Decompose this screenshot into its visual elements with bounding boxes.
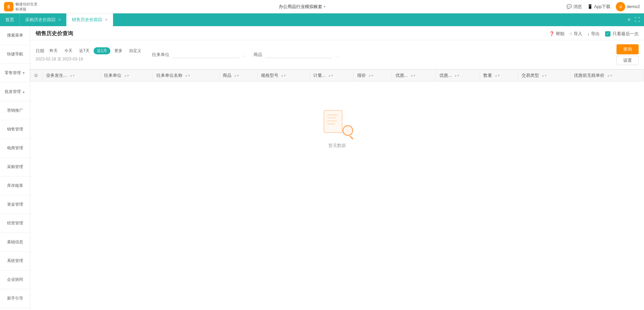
tab-sales-close-icon[interactable]: × (105, 17, 107, 22)
date-btn-more[interactable]: 更多 (112, 47, 125, 54)
tab-bar-right-actions: × ⛶ (628, 17, 644, 23)
user-area[interactable]: d demo2 (616, 2, 640, 11)
illustration-magnifier (342, 125, 353, 136)
product-filter-group: 商品 ... (254, 51, 338, 58)
page-header-actions: ❓ 帮助 ↑ 导入 ↓ 导出 ✓ 只看最后一次 (549, 31, 639, 37)
date-btn-7days[interactable]: 近7天 (76, 47, 92, 54)
workspace-selector[interactable]: 办公用品行业模拟账套 ▾ (279, 4, 325, 10)
partner-input[interactable] (172, 51, 239, 58)
table-settings-icon[interactable]: ⚙ (34, 73, 38, 78)
product-input[interactable] (265, 51, 332, 58)
sort-icon[interactable]: ▲▼ (410, 74, 416, 77)
partner-filter-group: 往来单位 ... (152, 51, 246, 58)
page-header: 销售历史价查询 ❓ 帮助 ↑ 导入 ↓ 导出 ✓ (30, 26, 644, 40)
tab-close-all-icon[interactable]: × (628, 17, 631, 23)
message-button[interactable]: 💬 消息 (567, 4, 582, 10)
table-col-trade-type: 交易类型 ▲▼ (518, 70, 571, 82)
only-last-checkbox[interactable]: ✓ 只看最后一次 (605, 31, 639, 37)
table-wrapper: ⚙ 业务发生... ▲▼ 往来单位 ▲▼ 往来单位名称 (30, 69, 644, 175)
sort-icon[interactable]: ▲▼ (607, 74, 612, 77)
empty-text: 暂无数据 (328, 143, 346, 149)
tab-sales-history[interactable]: 销售历史价跟踪 × (66, 13, 113, 26)
sidebar-item-app-center[interactable]: 应用中心 (0, 308, 30, 310)
main-layout: 搜索菜单 快捷导航 零售管理 ▼ 批发管理 ▲ 营销推广 销售管理 电商管理 采… (0, 26, 644, 310)
tab-expand-icon[interactable]: ⛶ (635, 17, 640, 23)
sidebar-search-menu-label: 搜索菜单 (7, 33, 23, 38)
product-dots-icon[interactable]: ... (335, 52, 338, 57)
logo-icon: 6 (4, 2, 13, 11)
only-last-label: 只看最后一次 (612, 31, 639, 37)
top-bar: 6 畅捷信好生意 标准版 办公用品行业模拟账套 ▾ 💬 消息 📱 App下载 d… (0, 0, 644, 13)
table-col-pretax-price: 优惠前无税单价 ▲▼ (571, 70, 644, 82)
date-btn-today[interactable]: 今天 (62, 47, 75, 54)
top-bar-right: 💬 消息 📱 App下载 d demo2 (567, 2, 640, 11)
sort-icon[interactable]: ▲▼ (69, 74, 75, 77)
tab-home-label: 首页 (5, 17, 14, 23)
sidebar-item-operations-mgmt[interactable]: 经营管理 (0, 214, 30, 233)
sidebar-item-system-settings[interactable]: 系统管理 (0, 252, 30, 270)
page-content: 销售历史价查询 ❓ 帮助 ↑ 导入 ↓ 导出 ✓ (30, 26, 644, 310)
page-title: 销售历史价查询 (36, 30, 73, 37)
sidebar-item-marketing-promo[interactable]: 营销推广 (0, 101, 30, 120)
sort-icon[interactable]: ▲▼ (369, 74, 374, 77)
sort-icon[interactable]: ▲▼ (234, 74, 239, 77)
sidebar-item-search-menu[interactable]: 搜索菜单 (0, 26, 30, 45)
sidebar-item-wholesale-mgmt[interactable]: 批发管理 ▲ (0, 83, 30, 101)
partner-label: 往来单位 (152, 52, 169, 58)
sidebar-item-finance-mgmt[interactable]: 资金管理 (0, 195, 30, 214)
partner-dots-icon[interactable]: ... (242, 52, 246, 57)
import-button[interactable]: ↑ 导入 (570, 31, 582, 37)
sidebar-item-retail-mgmt[interactable]: 零售管理 ▼ (0, 64, 30, 83)
help-icon: ❓ (549, 31, 554, 36)
table-header-row: ⚙ 业务发生... ▲▼ 往来单位 ▲▼ 往来单位名称 (31, 70, 644, 82)
settings-button[interactable]: 设置 (616, 56, 639, 65)
sidebar-retail-mgmt-label: 零售管理 (5, 70, 21, 76)
empty-state: 暂无数据 (30, 82, 644, 175)
export-icon: ↓ (588, 31, 590, 36)
sidebar-item-enterprise-collab[interactable]: 企业协同 (0, 270, 30, 289)
sort-icon[interactable]: ▲▼ (281, 74, 286, 77)
app-download-button[interactable]: 📱 App下载 (587, 4, 610, 10)
content-area: 销售历史价查询 ❓ 帮助 ↑ 导入 ↓ 导出 ✓ (30, 26, 644, 310)
sidebar-item-purchase-mgmt[interactable]: 采购管理 (0, 158, 30, 176)
date-btn-custom[interactable]: 自定义 (126, 47, 144, 54)
illustration-handle (350, 135, 354, 139)
sidebar-item-new-guide[interactable]: 新手引导 (0, 289, 30, 308)
table-col-discount2: 优惠... ▲▼ (436, 70, 480, 82)
date-btn-1month[interactable]: 近1月 (94, 47, 111, 54)
app-download-label: App下载 (594, 4, 610, 10)
export-button[interactable]: ↓ 导出 (588, 31, 600, 37)
query-button[interactable]: 查询 (616, 44, 639, 54)
table-col-partner-code: 往来单位 ▲▼ (101, 70, 153, 82)
sort-icon[interactable]: ▲▼ (185, 74, 191, 77)
sidebar-ecommerce-mgmt-label: 电商管理 (7, 145, 23, 151)
date-btn-yesterday[interactable]: 昨天 (47, 47, 60, 54)
tab-purchase-history[interactable]: 采购历史价跟踪 × (20, 13, 66, 26)
app-icon: 📱 (587, 4, 593, 9)
sidebar: 搜索菜单 快捷导航 零售管理 ▼ 批发管理 ▲ 营销推广 销售管理 电商管理 采… (0, 26, 30, 310)
table-col-product: 商品 ▲▼ (219, 70, 257, 82)
sidebar-system-settings-label: 系统管理 (7, 258, 23, 264)
export-label: 导出 (591, 31, 600, 37)
sidebar-item-inventory-check[interactable]: 库存核算 (0, 176, 30, 195)
tab-home[interactable]: 首页 (0, 13, 20, 26)
sort-icon[interactable]: ▲▼ (124, 74, 129, 77)
sidebar-item-ecommerce-mgmt[interactable]: 电商管理 (0, 139, 30, 158)
sort-icon[interactable]: ▲▼ (328, 74, 333, 77)
top-bar-left: 6 畅捷信好生意 标准版 (4, 2, 38, 11)
help-button[interactable]: ❓ 帮助 (549, 31, 565, 37)
logo-area: 6 畅捷信好生意 标准版 (4, 2, 38, 11)
sort-icon[interactable]: ▲▼ (495, 74, 500, 77)
workspace-area: 办公用品行业模拟账套 ▾ (279, 4, 325, 10)
product-label: 商品 (254, 52, 262, 58)
date-range-text: 2023-02-18 至 2023-03-18 (36, 56, 144, 62)
table-col-partner-name: 往来单位名称 ▲▼ (153, 70, 219, 82)
sidebar-item-quick-nav[interactable]: 快捷导航 (0, 45, 30, 64)
illustration-lines (327, 114, 338, 124)
sort-icon[interactable]: ▲▼ (454, 74, 460, 77)
sort-icon[interactable]: ▲▼ (542, 74, 547, 77)
sidebar-item-basic-info[interactable]: 基础信息 (0, 233, 30, 252)
sidebar-item-sales-mgmt[interactable]: 销售管理 (0, 120, 30, 139)
tab-purchase-close-icon[interactable]: × (58, 17, 61, 22)
date-buttons: 昨天 今天 近7天 近1月 更多 自定义 (47, 47, 144, 54)
